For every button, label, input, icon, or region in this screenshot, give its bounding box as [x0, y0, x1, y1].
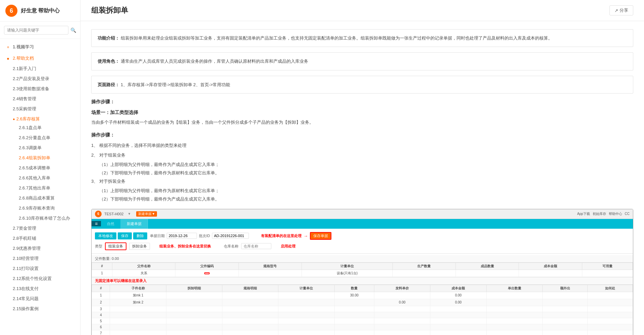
sub-col-unit-out: 单出数量	[486, 285, 542, 292]
tab-natural[interactable]: 自然	[101, 219, 121, 229]
sidebar-item-2-4[interactable]: 2.4销售管理	[0, 94, 80, 104]
col-finished-qty: 成品数量	[455, 263, 519, 270]
col-available: 可用量	[582, 263, 633, 270]
toolbar-btn-delete[interactable]: 删除	[133, 232, 147, 239]
sidebar-item-2-7[interactable]: 2.7资金管理	[0, 223, 80, 233]
batch-input[interactable]	[212, 233, 249, 239]
help-center-label: 帮助中心	[609, 212, 622, 216]
sidebar-item-2-6[interactable]: 2.6库存核算	[16, 116, 40, 122]
init-stock-label: 初始库存	[593, 212, 606, 216]
feature-text: 组装拆卸单用来处理企业组装或拆卸等加工业务，支持有固定装配清单的产品加工业务，也…	[121, 36, 552, 41]
path-text: 1、库存核算->库存管理->组装拆卸单 2、首页->常用功能	[121, 82, 230, 87]
expand-icon-2-6: ●	[13, 117, 15, 121]
sidebar-item-2-6-row: ● 2.6库存核算	[0, 114, 80, 123]
toolbar-btn-modify[interactable]: 本地修改	[95, 232, 116, 239]
steps-title2: 操作步骤：	[91, 132, 633, 138]
sidebar-item-2-14[interactable]: 2.14常见问题	[0, 294, 80, 304]
share-icon: ↗	[614, 8, 618, 13]
sidebar-item-2-12[interactable]: 2.12系统个性化设置	[0, 274, 80, 284]
col-cost: 成本金额	[519, 263, 582, 270]
nav-tree: + 1.视频学习 ● 2.帮助文档 2.1新手入门 2.2产品安装及登录 2.3…	[0, 39, 80, 335]
app-titlebar: 6 TEST-H002 ▼ 新建单据▼ App下载 初始库存 帮助中心 CC	[92, 209, 633, 219]
feature-label: 功能介绍：	[98, 36, 119, 41]
sub-col-handle: 如何处	[588, 285, 633, 292]
sidebar-item-2-6-10[interactable]: 2.6.10库存账本错了怎么办	[0, 213, 80, 223]
table-row: 1 关系 设备(只有1台)	[92, 270, 633, 277]
sidebar-item-2-6-9[interactable]: 2.6.9库存账本查询	[0, 203, 80, 213]
step-3: 3、 对于拆装业务	[91, 177, 633, 186]
cell-parent-code	[175, 270, 238, 277]
table-row: 6	[92, 324, 633, 330]
annotation-top-right: 有装配清单的在这里处理	[261, 233, 302, 238]
share-label: 分享	[620, 7, 628, 13]
sidebar-item-2-2[interactable]: 2.2产品安装及登录	[0, 74, 80, 84]
app-download-label: App下载	[577, 212, 590, 216]
sidebar-item-2-1[interactable]: 2.1新手入门	[0, 64, 80, 74]
scenario1-title: 场景一：加工类型选择	[91, 110, 633, 116]
sidebar-item-2-6-1[interactable]: 2.6.1盘点单	[0, 123, 80, 133]
sub-steps-disassembly: （1）上部明细为父件明细，最终作为原材料生成其它出库单； （2）下部明细为子件明…	[91, 187, 633, 203]
sidebar: 6 好生意 帮助中心 🔍 + 1.视频学习 ● 2.帮助文档 2.1新手入门 2…	[0, 0, 80, 335]
sub-col-unit-price: 发料单价	[374, 285, 430, 292]
grid-area: 父件数量: 0.00 # 父件名称 父件编码 规格型号 计量单位 生产数量	[92, 254, 633, 335]
toolbar-btn-save[interactable]: 保存	[118, 232, 132, 239]
role-block: 使用角色： 通常由生产人员或库管人员完成折装业务的操作，库管人员确认原材料的出库…	[91, 52, 633, 70]
save-doc-btn[interactable]: 保存单据	[310, 232, 331, 240]
minus-icon: ●	[5, 56, 11, 61]
share-button[interactable]: ↗ 分享	[609, 5, 633, 15]
app-window: 6 TEST-H002 ▼ 新建单据▼ App下载 初始库存 帮助中心 CC	[91, 209, 633, 335]
sidebar-label-2: 2.帮助文档	[13, 55, 34, 61]
sidebar-label-1: 1.视频学习	[13, 44, 34, 50]
doc-date-input[interactable]	[167, 233, 197, 239]
sidebar-item-2-6-8[interactable]: 2.6.8商品成本重算	[0, 193, 80, 203]
sidebar-item-2-6-7[interactable]: 2.6.7其他出库单	[0, 183, 80, 193]
type-selection-row: 类型 组装业务 拆卸业务 组装业务、拆卸业务在这里切换 仓库名称 启用处理	[95, 241, 630, 252]
app-form-area: 本地修改 保存 删除 单据日期 批次ID 有装配清单的在这里处理 →	[92, 229, 633, 254]
tab-new-doc[interactable]: 新建单据	[121, 219, 148, 229]
cell-num: 1	[92, 270, 112, 277]
new-doc-btn[interactable]: 新建单据▼	[136, 211, 157, 217]
sub-steps-assembly: （1）上部明细为父件明细，最终作为产成品生成其它入库单； （2）下部明细为子件明…	[91, 161, 633, 177]
sidebar-item-video-learning[interactable]: + 1.视频学习	[0, 42, 80, 52]
logo-icon: 6	[5, 5, 17, 17]
sidebar-item-2-6-2[interactable]: 2.6.2分量盘点单	[0, 133, 80, 143]
search-button[interactable]: 🔍	[70, 27, 76, 33]
sub-step-disassembly-2: （2）下部明细为子件明细，最终作为产成品生成其它入库单。	[99, 195, 633, 204]
app-tab-bar: ≡ 自然 新建单据	[92, 219, 633, 229]
col-num: #	[92, 263, 112, 270]
sidebar-item-2-6-3[interactable]: 2.6.3调拨单	[0, 143, 80, 153]
sub-col-spec: 规格明细	[222, 285, 278, 292]
parent-parts-label: 父件数量: 0.00	[95, 256, 119, 261]
user-label: CC	[625, 212, 630, 216]
sidebar-item-2-3[interactable]: 2.3使用前数据准备	[0, 84, 80, 94]
sidebar-item-2-9[interactable]: 2.9优惠券管理	[0, 243, 80, 254]
scenario1-desc: 当由多个子件材料组装成一个成品的业务为【组装】业务，当由一个父件拆分成多个子产品…	[91, 118, 633, 127]
doc-date-label: 单据日期	[150, 233, 165, 238]
type-disassembly-btn[interactable]: 拆卸业务	[129, 243, 150, 250]
cell-qty	[392, 270, 455, 277]
table-row: 5	[92, 318, 633, 324]
sidebar-item-2-5[interactable]: 2.5采购管理	[0, 104, 80, 114]
sidebar-item-2-13[interactable]: 2.13在线支付	[0, 284, 80, 294]
sidebar-item-2-6-4[interactable]: 2.6.4组装拆卸单	[0, 153, 80, 163]
sidebar-item-2-11[interactable]: 2.11打印设置	[0, 264, 80, 274]
table-row: 4	[92, 312, 633, 318]
cell-cost	[519, 270, 582, 277]
sidebar-item-help-docs[interactable]: ● 2.帮助文档	[0, 53, 80, 64]
col-unit: 计量单位	[302, 263, 392, 270]
sub-col-unit: 计量单位	[278, 285, 334, 292]
sidebar-item-2-8[interactable]: 2.8手机旺铺	[0, 233, 80, 243]
type-assembly-btn[interactable]: 组装业务	[105, 242, 126, 250]
sidebar-item-2-6-5[interactable]: 2.6.5成本调整单	[0, 163, 80, 173]
sidebar-item-2-10[interactable]: 2.10经营管理	[0, 254, 80, 264]
search-input[interactable]	[4, 26, 68, 35]
dropdown-arrow: ▼	[127, 212, 131, 216]
table-row: 7	[92, 330, 633, 335]
sidebar-item-2-15[interactable]: 2.15操作案例	[0, 304, 80, 314]
warehouse-input[interactable]	[241, 243, 271, 249]
sub-col-num: #	[92, 285, 110, 292]
sidebar-item-2-6-6[interactable]: 2.6.6其他入库单	[0, 173, 80, 183]
path-label: 页面路径：	[98, 82, 119, 87]
topbar-right: App下载 初始库存 帮助中心 CC	[577, 212, 630, 216]
main-header: 组装拆卸单 ↗ 分享	[80, 0, 644, 21]
